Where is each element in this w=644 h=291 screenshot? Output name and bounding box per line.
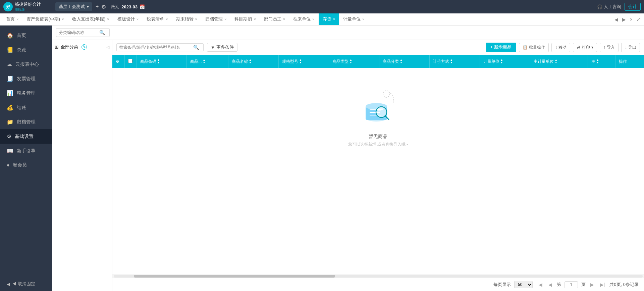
tab-next-button[interactable]: ▶ <box>621 17 627 22</box>
company-tab[interactable]: 基层工会测试 ▾ <box>55 2 92 11</box>
sidebar-label-settings: 基础设置 <box>15 134 34 140</box>
col-product-name[interactable]: 商品名称 ▲▼ <box>228 55 279 68</box>
col-spec[interactable]: 规格型号 ▲▼ <box>279 55 329 68</box>
first-page-button[interactable]: |◀ <box>536 282 544 287</box>
scrollbar-thumb[interactable] <box>134 275 335 278</box>
select-all-checkbox[interactable] <box>128 59 132 63</box>
scrollbar-area[interactable] <box>112 274 644 278</box>
action-buttons: + 新增商品 📋 批量操作 ↕ 移动 🖨 打印 ▾ <box>486 43 640 52</box>
tab-maximize-button[interactable]: ⤢ <box>635 17 642 22</box>
add-product-button[interactable]: + 新增商品 <box>486 43 516 52</box>
tab-template-design[interactable]: 模版设计 × <box>113 13 143 26</box>
product-search-box[interactable]: 🔍 <box>116 43 204 51</box>
tab-archive-mgmt[interactable]: 归档管理 × <box>201 13 230 26</box>
export-button[interactable]: ↓ 导出 <box>621 43 640 52</box>
export-icon: ↓ <box>625 45 627 50</box>
kuaiji-button[interactable]: 会计 <box>625 3 641 11</box>
sidebar-item-archive[interactable]: 📁 归档管理 <box>0 115 52 129</box>
tab-arrows: ◀ ▶ × ⤢ <box>613 17 642 22</box>
close-icon[interactable]: × <box>107 17 109 21</box>
page-input[interactable] <box>565 281 578 288</box>
sidebar-item-invoice[interactable]: 🧾 发票管理 <box>0 71 52 86</box>
col-product-type[interactable]: 商品类型 ▲▼ <box>329 55 379 68</box>
settings-button[interactable]: ⚙ <box>101 4 106 10</box>
top-header: 好 畅捷通好会计 旗舰版 基层工会测试 ▾ + ⚙ 账期 2023-03 📅 🎧… <box>0 0 644 13</box>
tab-contacts[interactable]: 往来单位 × <box>289 13 318 26</box>
close-icon[interactable]: × <box>16 17 18 21</box>
close-icon[interactable]: × <box>224 17 226 21</box>
search-icon[interactable]: 🔍 <box>193 45 199 50</box>
tab-dept-staff[interactable]: 部门员工 × <box>260 13 289 26</box>
unpin-icon: ◀ <box>7 282 10 287</box>
category-search-input[interactable] <box>59 30 99 35</box>
sidebar-item-closing[interactable]: 💰 结账 <box>0 100 52 115</box>
tab-unit-measure[interactable]: 计量单位 × <box>339 13 368 26</box>
page-suffix: 页 <box>581 282 586 288</box>
batch-operation-button[interactable]: 📋 批量操作 <box>519 43 549 52</box>
grid-icon: ⊞ <box>55 44 59 50</box>
tab-actions: + ⚙ <box>96 4 106 10</box>
sidebar-label-vip: 畅会员 <box>13 162 27 168</box>
prev-page-button[interactable]: ◀ <box>547 282 553 287</box>
category-search-box[interactable]: 🔍 <box>56 28 110 37</box>
close-icon[interactable]: × <box>137 17 139 21</box>
tab-home[interactable]: 首页 × <box>2 13 22 26</box>
tab-prev-button[interactable]: ◀ <box>613 17 620 22</box>
col-main[interactable]: 主 ▲▼ <box>588 55 615 68</box>
tab-inventory[interactable]: 存货 × <box>319 13 339 26</box>
col-unit[interactable]: 计量单位 ▲▼ <box>480 55 530 68</box>
col-product-category[interactable]: 商品分类 ▲▼ <box>379 55 429 68</box>
close-icon[interactable]: × <box>312 17 314 21</box>
close-icon[interactable]: × <box>362 17 364 21</box>
next-page-button[interactable]: ▶ <box>589 282 595 287</box>
tab-period-close[interactable]: 期末结转 × <box>172 13 201 26</box>
help-button[interactable]: 🎧 人工咨询 <box>597 4 621 10</box>
all-categories-item[interactable]: ⊞ 全部分类 ✎ ◁ <box>55 43 109 51</box>
last-page-button[interactable]: ▶| <box>599 282 606 287</box>
sidebar-item-general-ledger[interactable]: 📒 总账 <box>0 43 52 57</box>
print-button[interactable]: 🖨 打印 ▾ <box>573 43 597 52</box>
cloud-icon: ☁ <box>7 61 12 67</box>
move-button[interactable]: ↕ 移动 <box>551 43 570 52</box>
sidebar-item-home[interactable]: 🏠 首页 <box>0 28 52 43</box>
close-icon[interactable]: × <box>254 17 256 21</box>
col-price-method[interactable]: 计价方式 ▲▼ <box>429 55 480 68</box>
sidebar-item-basic-settings[interactable]: ⚙ 基础设置 <box>0 129 52 144</box>
close-icon[interactable]: × <box>62 17 64 21</box>
unpin-button[interactable]: ◀ ◀ 取消固定 <box>0 277 52 291</box>
edit-icon[interactable]: ✎ <box>82 44 87 50</box>
tab-income-expense[interactable]: 收入支出表(年报) × <box>68 13 113 26</box>
sidebar-item-guide[interactable]: 📖 新手引导 <box>0 144 52 158</box>
guide-icon: 📖 <box>7 148 13 154</box>
col-main-unit[interactable]: 主计量单位 ▲▼ <box>530 55 588 68</box>
col-checkbox[interactable] <box>124 55 137 68</box>
toolbar-row: 🔍 <box>52 26 644 40</box>
sidebar-item-tax[interactable]: 📊 税务管理 <box>0 86 52 100</box>
collapse-icon[interactable]: ◁ <box>106 45 109 49</box>
close-icon[interactable]: × <box>195 17 197 21</box>
print-icon: 🖨 <box>577 45 581 50</box>
tab-subject-initial[interactable]: 科目期初 × <box>230 13 260 26</box>
sidebar-item-vip[interactable]: ♦ 畅会员 <box>0 158 52 172</box>
sidebar-item-cloud-report[interactable]: ☁ 云报表中心 <box>0 57 52 71</box>
import-button[interactable]: ↑ 导入 <box>600 43 619 52</box>
search-icon[interactable]: 🔍 <box>99 30 105 35</box>
svg-point-0 <box>383 91 390 97</box>
product-search-input[interactable] <box>119 45 193 50</box>
add-tab-button[interactable]: + <box>96 4 99 10</box>
close-icon[interactable]: × <box>333 17 335 21</box>
calendar-icon[interactable]: 📅 <box>140 4 145 9</box>
svg-point-9 <box>378 109 381 111</box>
close-icon[interactable]: × <box>283 17 285 21</box>
per-page-select[interactable]: 50 100 200 <box>514 281 533 288</box>
tab-close-all-button[interactable]: × <box>629 17 634 22</box>
tab-tax-list[interactable]: 税表清单 × <box>143 13 172 26</box>
col-settings[interactable]: ⚙ <box>112 55 124 68</box>
col-product-code[interactable]: 商品... ▲▼ <box>187 55 228 68</box>
tab-asset-balance[interactable]: 资产负债表(中期) × <box>22 13 68 26</box>
close-icon[interactable]: × <box>166 17 168 21</box>
archive-icon: 📁 <box>7 119 13 125</box>
more-conditions-button[interactable]: ▼ 更多条件 <box>207 43 237 52</box>
ledger-icon: 📒 <box>7 47 13 53</box>
col-barcode[interactable]: 商品条码 ▲▼ <box>137 55 187 68</box>
